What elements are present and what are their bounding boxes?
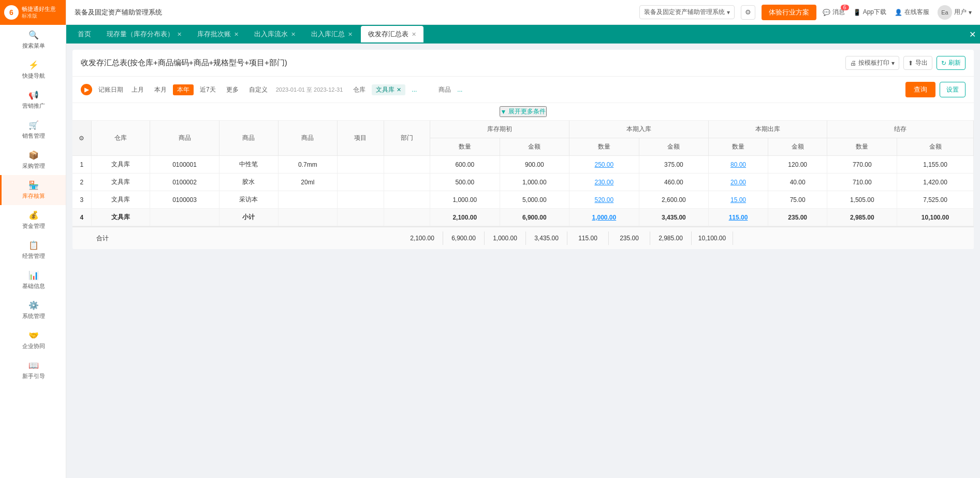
- guide-icon: 📖: [28, 360, 39, 370]
- product-more[interactable]: ...: [457, 86, 462, 93]
- sidebar-item-sales[interactable]: 🛒 销售管理: [0, 115, 66, 145]
- filter-settings-button[interactable]: 设置: [940, 82, 966, 97]
- row-in-qty[interactable]: 250.00: [569, 156, 639, 173]
- settings-button[interactable]: ⚙: [741, 5, 755, 20]
- tab-stock-summary-label: 出入库汇总: [311, 30, 345, 39]
- filter-collapse-button[interactable]: ▶: [81, 84, 92, 95]
- tab-stock-dist-close[interactable]: ✕: [177, 31, 182, 38]
- row-out-amt: 235.00: [768, 209, 827, 226]
- table-row: 3 文具库 0100003 采访本 1,000.00 5,000.00 520.…: [72, 191, 974, 209]
- row-out-qty[interactable]: 15.00: [709, 191, 768, 209]
- row-product-code: [150, 209, 220, 226]
- th-open-group: 库存期初: [430, 121, 569, 138]
- sidebar-item-basic[interactable]: 📊 基础信息: [0, 265, 66, 295]
- sidebar-item-guide[interactable]: 📖 新手引导: [0, 355, 66, 385]
- row-out-qty[interactable]: 80.00: [709, 156, 768, 173]
- row-in-qty[interactable]: 520.00: [569, 191, 639, 209]
- logo-sub: 标准版: [22, 12, 56, 20]
- sidebar-item-coop[interactable]: 🤝 企业协同: [0, 325, 66, 355]
- warehouse-more[interactable]: ...: [412, 86, 417, 93]
- filter-bar: ▶ 记账日期 上月 本月 本年 近7天 更多 自定义 2023-01-01 至 …: [72, 77, 974, 103]
- row-balance-amt: 1,420.00: [897, 173, 974, 191]
- table-row: 1 文具库 0100001 中性笔 0.7mm 600.00 900.00 25…: [72, 156, 974, 173]
- sidebar-item-inventory[interactable]: 🏪 库存核算: [0, 175, 66, 205]
- row-seq: 1: [72, 156, 91, 173]
- tab-stock-flow-close[interactable]: ✕: [291, 31, 296, 38]
- tab-batch-ledger[interactable]: 库存批次账 ✕: [190, 26, 246, 42]
- row-out-amt: 40.00: [768, 173, 827, 191]
- date-label: 记账日期: [98, 85, 123, 94]
- tab-stock-summary-close[interactable]: ✕: [348, 31, 353, 38]
- row-in-amt: 375.00: [639, 156, 709, 173]
- date-curr-year[interactable]: 本年: [173, 84, 194, 95]
- date-custom[interactable]: 自定义: [245, 84, 272, 95]
- date-prev-month[interactable]: 上月: [127, 84, 148, 95]
- tab-home[interactable]: 首页: [70, 26, 98, 42]
- row-product-name: 小计: [220, 209, 278, 226]
- download-icon: 📱: [853, 9, 861, 16]
- trial-button[interactable]: 体验行业方案: [762, 5, 816, 20]
- row-department: [384, 209, 430, 226]
- th-product-code: 商品: [150, 121, 220, 156]
- expand-bar: ▼ 展开更多条件: [72, 103, 974, 121]
- sidebar-item-basic-label: 基础信息: [22, 282, 45, 290]
- tabbar-close-all[interactable]: ✕: [969, 30, 976, 39]
- row-out-qty[interactable]: 20.00: [709, 173, 768, 191]
- row-product-spec: [278, 209, 338, 226]
- date-curr-month[interactable]: 本月: [150, 84, 171, 95]
- row-product-name: 中性笔: [220, 156, 278, 173]
- row-out-qty[interactable]: 115.00: [709, 209, 768, 226]
- table-footer: 合计 2,100.00 6,900.00 1,000.00 3,435.00 1…: [72, 226, 974, 249]
- sidebar-item-marketing[interactable]: 📢 营销推广: [0, 85, 66, 115]
- search-icon: 🔍: [28, 30, 39, 40]
- basic-icon: 📊: [28, 270, 39, 280]
- print-button[interactable]: 🖨 按模板打印 ▾: [845, 56, 899, 70]
- sidebar-item-search[interactable]: 🔍 搜索菜单: [0, 25, 66, 55]
- sidebar-item-system[interactable]: ⚙️ 系统管理: [0, 295, 66, 325]
- row-warehouse: 文具库: [91, 209, 150, 226]
- row-seq: 3: [72, 191, 91, 209]
- message-icon: 💬: [823, 9, 830, 16]
- warehouse-tag-close[interactable]: ✕: [397, 86, 401, 93]
- export-button[interactable]: ⬆ 导出: [903, 56, 932, 70]
- topbar-right: 💬 消息 6 📱 App下载 👤 在线客服 Ea 用户 ▾: [823, 5, 972, 20]
- expand-more-button[interactable]: ▼ 展开更多条件: [500, 106, 547, 117]
- online-service-button[interactable]: 👤 在线客服: [895, 8, 929, 17]
- sidebar-item-purchase[interactable]: 📦 采购管理: [0, 145, 66, 175]
- tab-stock-flow[interactable]: 出入库流水 ✕: [247, 26, 303, 42]
- message-button[interactable]: 💬 消息 6: [823, 8, 845, 17]
- system-dropdown[interactable]: 装备及固定资产辅助管理系统 ▾: [639, 5, 735, 19]
- footer-balance-qty: 2,985.00: [650, 231, 692, 245]
- table-body: 1 文具库 0100001 中性笔 0.7mm 600.00 900.00 25…: [72, 156, 974, 226]
- th-balance-amt: 金额: [897, 138, 974, 156]
- row-in-qty[interactable]: 1,000.00: [569, 209, 639, 226]
- sidebar-item-system-label: 系统管理: [22, 312, 45, 320]
- date-more[interactable]: 更多: [222, 84, 243, 95]
- expand-more-label: 展开更多条件: [508, 107, 546, 116]
- user-menu[interactable]: Ea 用户 ▾: [938, 5, 972, 20]
- footer-out-amt: 235.00: [609, 231, 650, 245]
- logo-title: 畅捷通好生意: [22, 5, 56, 12]
- tab-batch-ledger-close[interactable]: ✕: [234, 31, 239, 38]
- sidebar-item-sales-label: 销售管理: [22, 132, 45, 140]
- sidebar-item-quick[interactable]: ⚡ 快捷导航: [0, 55, 66, 85]
- row-open-qty: 2,100.00: [430, 209, 500, 226]
- sidebar-item-finance[interactable]: 💰 资金管理: [0, 205, 66, 235]
- query-button[interactable]: 查询: [905, 82, 935, 97]
- tab-recv-send[interactable]: 收发存汇总表 ✕: [361, 26, 423, 42]
- th-open-amt: 金额: [500, 138, 569, 156]
- data-table-container: ⚙ 仓库 商品 商品 商品 项目 部门 库存期初 本期入库 本期出库 结存 数量: [72, 121, 974, 249]
- sidebar-item-operation[interactable]: 📋 经营管理: [0, 235, 66, 265]
- date-range: 2023-01-01 至 2023-12-31: [276, 86, 343, 94]
- tab-recv-send-close[interactable]: ✕: [412, 31, 416, 38]
- refresh-button[interactable]: ↻ 刷新: [937, 56, 966, 70]
- tab-stock-summary[interactable]: 出入库汇总 ✕: [304, 26, 360, 42]
- date-7days[interactable]: 近7天: [196, 84, 220, 95]
- app-download-button[interactable]: 📱 App下载: [853, 8, 886, 17]
- row-open-amt: 1,000.00: [500, 173, 569, 191]
- tabbar: 首页 现存量（库存分布表） ✕ 库存批次账 ✕ 出入库流水 ✕ 出入库汇总 ✕ …: [66, 25, 980, 44]
- th-product-spec: 商品: [278, 121, 338, 156]
- tab-stock-dist[interactable]: 现存量（库存分布表） ✕: [99, 26, 189, 42]
- message-badge: 6: [841, 5, 849, 10]
- row-in-qty[interactable]: 230.00: [569, 173, 639, 191]
